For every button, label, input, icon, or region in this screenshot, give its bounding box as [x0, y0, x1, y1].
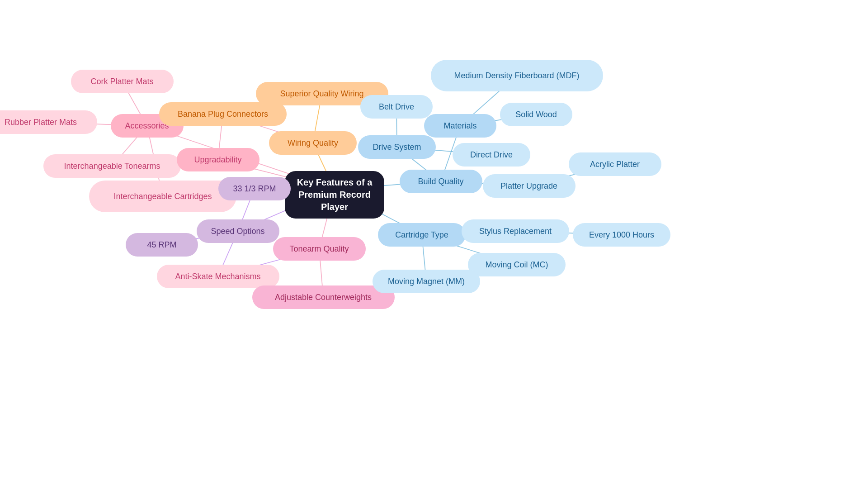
node-acrylic_platter: Acrylic Platter — [569, 152, 661, 176]
node-mdf: Medium Density Fiberboard (MDF) — [431, 60, 603, 91]
node-anti_skate: Anti-Skate Mechanisms — [157, 265, 279, 288]
node-moving_magnet: Moving Magnet (MM) — [373, 270, 480, 293]
node-rpm_33: 33 1/3 RPM — [218, 177, 291, 200]
node-every_1000_hours: Every 1000 Hours — [573, 223, 670, 247]
node-interchangeable_cartridges: Interchangeable Cartridges — [89, 181, 236, 212]
node-stylus_replacement: Stylus Replacement — [462, 219, 569, 243]
node-cork_platter_mats: Cork Platter Mats — [71, 70, 174, 93]
node-rubber_platter_mats: Rubber Platter Mats — [0, 110, 97, 134]
mindmap-canvas: Key Features of a Premium Record PlayerA… — [0, 0, 868, 490]
node-platter_upgrade: Platter Upgrade — [483, 174, 576, 198]
node-materials: Materials — [424, 114, 496, 138]
node-speed_options: Speed Options — [197, 219, 279, 243]
node-rpm_45: 45 RPM — [126, 233, 198, 257]
node-solid_wood: Solid Wood — [500, 103, 572, 126]
node-wiring_quality: Wiring Quality — [269, 131, 357, 155]
node-interchangeable_tonearms: Interchangeable Tonearms — [43, 154, 181, 178]
node-tonearm_quality: Tonearm Quality — [273, 237, 366, 261]
node-belt_drive: Belt Drive — [360, 95, 433, 119]
node-center: Key Features of a Premium Record Player — [285, 171, 384, 219]
node-adjustable_counterweights: Adjustable Counterweights — [252, 285, 395, 309]
node-drive_system: Drive System — [358, 135, 436, 159]
node-direct_drive: Direct Drive — [453, 143, 530, 167]
node-banana_plug_connectors: Banana Plug Connectors — [159, 102, 287, 126]
node-moving_coil: Moving Coil (MC) — [468, 253, 566, 276]
node-build_quality: Build Quality — [400, 170, 482, 193]
node-upgradability: Upgradability — [177, 148, 259, 171]
node-cartridge_type: Cartridge Type — [378, 223, 466, 247]
